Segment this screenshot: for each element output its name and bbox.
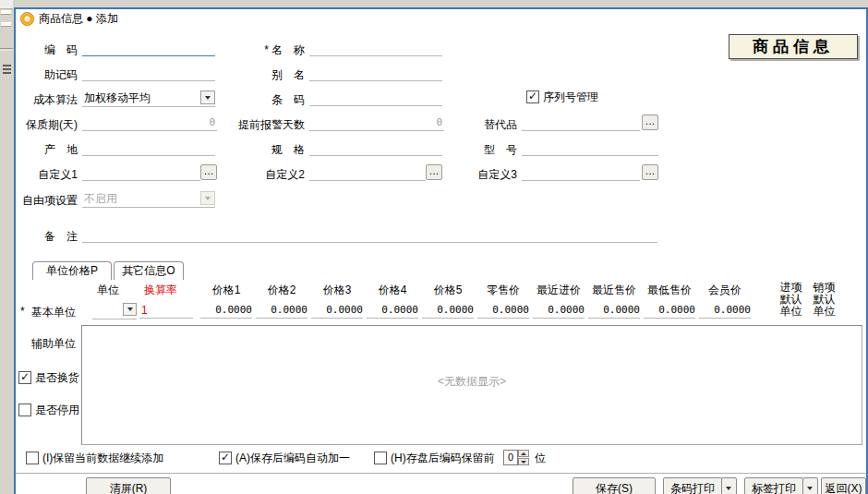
cost-method-select[interactable]: 加权移动平均 [82,90,215,107]
member-price-input[interactable]: 0.0000 [699,303,751,319]
background-panel-edge [0,48,13,51]
exchange-label: 是否换货 [35,370,79,385]
clear-button[interactable]: 清屏(R) [86,477,171,494]
col-price4: 价格4 [367,283,418,296]
name-label: *名 称 [226,42,305,57]
chevron-down-icon [127,307,133,311]
cost-method-dropdown-button[interactable] [200,90,215,104]
prefix-digits-suffix: 位 [535,451,546,465]
bottom-separator [16,473,866,474]
exchange-checkbox[interactable] [18,371,31,384]
price2-input[interactable]: 0.0000 [256,303,307,319]
spec-input[interactable] [309,140,442,156]
col-last-purchase: 最近进价 [533,283,585,296]
chevron-down-icon [521,461,526,464]
col-price3: 价格3 [311,283,363,296]
chevron-down-icon [807,487,813,490]
barcode-print-dropdown-button[interactable] [721,477,737,494]
rate-input[interactable]: 1 [139,303,193,319]
code-input[interactable] [82,41,215,56]
aux-unit-grid[interactable]: <无数据显示> [81,325,862,445]
keep-prefix-checkbox[interactable] [374,452,387,464]
col-rate: 换算率 [135,283,187,296]
chevron-down-icon [205,197,211,200]
barcode-label: 条 码 [226,92,305,107]
auto-increment-checkbox[interactable] [219,452,232,464]
retail-price-input[interactable]: 0.0000 [477,303,529,319]
col-purchase-default-unit: 进项默认单位 [778,282,803,318]
name-input[interactable] [309,41,442,56]
col-last-sale: 最近售价 [588,283,640,296]
custom2-picker-button[interactable]: … [426,164,442,180]
code-label: 编 码 [16,42,78,57]
base-unit-dropdown-button[interactable] [123,303,137,316]
warn-days-input[interactable]: 0 [309,115,444,131]
last-purchase-price-input[interactable]: 0.0000 [533,303,585,319]
origin-input[interactable] [82,140,215,156]
chevron-down-icon [726,487,731,490]
spin-up-button[interactable] [518,450,529,457]
list-icon [3,72,11,74]
no-data-text: <无数据显示> [82,374,862,390]
spin-down-button[interactable] [518,458,529,465]
col-price2: 价格2 [256,283,307,296]
free-item-dropdown-button [200,191,215,205]
substitute-label: 替代品 [454,117,517,132]
shelf-life-label: 保质期(天) [16,117,78,132]
custom3-input[interactable] [522,165,640,181]
substitute-input[interactable] [522,115,640,131]
barcode-print-button[interactable]: 条码打印 [663,477,722,494]
serial-mgmt-label: 序列号管理 [543,90,598,104]
col-min-sale: 最低售价 [644,283,695,296]
col-sale-default-unit: 销项默认单位 [812,282,837,318]
back-button[interactable]: 返回(X) [821,477,866,494]
model-input[interactable] [522,140,658,156]
substitute-picker-button[interactable]: … [642,114,658,130]
prefix-digits-stepper[interactable] [518,450,529,465]
required-mark: * [264,43,269,56]
label-print-dropdown-button[interactable] [802,477,818,494]
base-unit-label: 基本单位 [31,305,76,320]
label-print-button[interactable]: 标签打印 [744,477,803,494]
prefix-digits-input[interactable]: 0 [503,450,518,465]
list-icon [3,68,11,70]
mnemonic-input[interactable] [82,66,215,81]
last-sale-price-input[interactable]: 0.0000 [588,303,640,319]
remark-input[interactable] [82,227,657,243]
tab-other-info[interactable]: 其它信息O [114,261,184,280]
keep-data-label: (I)保留当前数据继续添加 [42,451,163,465]
tab-unit-price[interactable]: 单位价格P [32,261,112,280]
product-info-dialog: 商品信息 ● 添加 商品信息 编 码 *名 称 助记码 别 名 成本算法 加权移… [14,7,868,494]
base-unit-select[interactable] [92,303,137,319]
stop-use-label: 是否停用 [35,403,79,417]
price4-input[interactable]: 0.0000 [367,303,418,319]
save-button[interactable]: 保存(S) [573,477,656,494]
custom1-picker-button[interactable]: … [200,164,217,180]
shelf-life-input[interactable]: 0 [82,115,217,131]
price3-input[interactable]: 0.0000 [311,303,363,319]
origin-label: 产 地 [16,142,78,157]
col-price1: 价格1 [200,283,252,296]
custom2-input[interactable] [309,165,426,181]
window-title: 商品信息 ● 添加 [39,12,118,26]
custom1-input[interactable] [82,165,200,181]
keep-prefix-label: (H)存盘后编码保留前 [391,451,495,465]
stop-use-checkbox[interactable] [18,404,31,416]
custom3-picker-button[interactable]: … [642,164,658,180]
price1-input[interactable]: 0.0000 [200,303,252,319]
warn-days-label: 提前报警天数 [226,117,305,132]
col-retail: 零售价 [477,283,529,296]
toolbar-grip [1,10,11,15]
min-sale-price-input[interactable]: 0.0000 [644,303,695,319]
free-item-value: 不启用 [84,192,117,206]
col-member: 会员价 [699,283,751,296]
barcode-input[interactable] [309,90,442,106]
coin-icon [20,12,34,26]
col-price5: 价格5 [422,283,474,296]
serial-mgmt-checkbox[interactable] [526,90,539,103]
keep-data-checkbox[interactable] [26,452,39,464]
price5-input[interactable]: 0.0000 [422,303,474,319]
custom3-label: 自定义3 [454,167,517,182]
alias-input[interactable] [309,66,442,81]
remark-label: 备 注 [16,229,78,244]
